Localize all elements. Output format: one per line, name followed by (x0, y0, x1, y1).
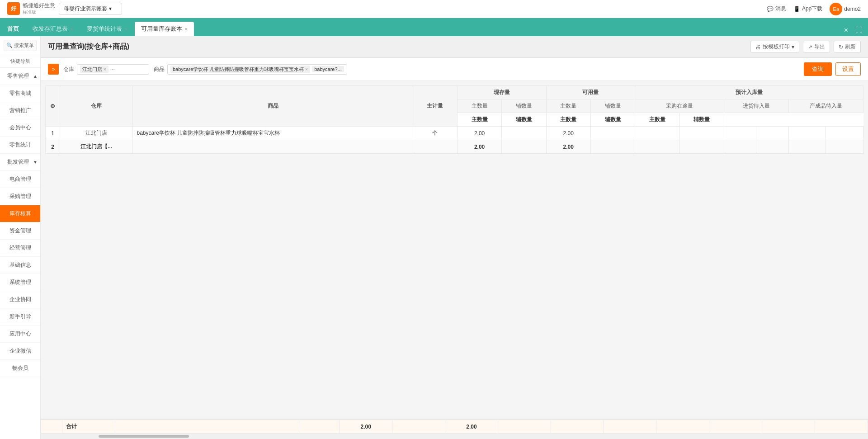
sidebar-item-purchase[interactable]: 采购管理 (0, 188, 40, 205)
sidebar-item-tutorial[interactable]: 新手引导 (0, 308, 40, 326)
product-tag-label: babycare学饮杯 儿童防摔防撞吸管杯重力球吸嘴杯宝宝水杯 (173, 66, 304, 73)
sidebar-item-member[interactable]: 会员中心 (0, 119, 40, 137)
footer-purchase-transit-aux-total (604, 420, 656, 434)
product-filter-group: 商品 babycare学饮杯 儿童防摔防撞吸管杯重力球吸嘴杯宝宝水杯 × bab… (154, 64, 347, 75)
row-1-purchase-transit-main (635, 127, 679, 140)
row-1-goods-pending-main (724, 127, 756, 140)
warehouse-more-btn[interactable]: ··· (110, 66, 115, 72)
row-2-avail-main: 2.00 (546, 140, 590, 154)
expand-toggle-button[interactable]: » (48, 64, 59, 75)
th-gear[interactable]: ⚙ (46, 86, 60, 127)
app-download-button[interactable]: 📱 App下载 (793, 5, 822, 13)
logo-text: 畅捷通好生意 (23, 2, 55, 9)
industry-label: 母婴行业演示账套 (64, 5, 107, 13)
tab-order-stats[interactable]: 要货单统计表 × (80, 22, 134, 36)
refresh-button[interactable]: ↻ 刷新 (834, 41, 861, 53)
logo-icon: 好 (7, 2, 20, 15)
footer-empty-1 (41, 420, 62, 434)
sidebar-item-basic-info-label: 基础信息 (3, 261, 38, 269)
user-area[interactable]: Ea demo2 (830, 3, 861, 15)
message-button[interactable]: 💬 消息 (767, 5, 786, 13)
print-button[interactable]: 🖨 按模板打印 ▾ (750, 41, 799, 53)
sidebar-item-retail-mgmt-label: 零售管理 (3, 72, 33, 80)
page-content: ⚙ 仓库 商品 主计量 现存量 可用量 预计入库量 主数量 辅数量 (41, 81, 868, 439)
row-1-product-pending-main (788, 127, 826, 140)
sidebar-item-inventory[interactable]: 库存核算 (0, 205, 40, 222)
product-label: 商品 (154, 66, 165, 73)
sidebar-item-retail-mgmt[interactable]: 零售管理 ▲ (0, 68, 40, 85)
th-goods-pending-main: 主数量 (546, 113, 590, 127)
sidebar-item-ecommerce[interactable]: 电商管理 (0, 171, 40, 188)
footer-table: 合计 2.00 2.00 (41, 420, 868, 434)
th-goods-pending-aux: 辅数量 (590, 113, 635, 127)
sidebar-item-marketing[interactable]: 营销推广 (0, 102, 40, 119)
th-available: 可用量 (546, 86, 635, 99)
sidebar-item-operations[interactable]: 经营管理 (0, 240, 40, 257)
export-label: 导出 (814, 43, 825, 51)
tab-available-qty-close[interactable]: × (185, 27, 188, 32)
sidebar-item-enterprise-wechat[interactable]: 企业微信 (0, 343, 40, 360)
search-menu-button[interactable]: 🔍 搜索菜单 (4, 40, 37, 51)
sidebar-item-system[interactable]: 系统管理 (0, 274, 40, 291)
print-dropdown-icon: ▾ (792, 44, 794, 50)
footer-goods-pending-main-total (656, 420, 709, 434)
sidebar-item-retail-mall[interactable]: 零售商城 (0, 85, 40, 102)
product-tag-0-remove[interactable]: × (305, 67, 308, 72)
table-scroll[interactable]: ⚙ 仓库 商品 主计量 现存量 可用量 预计入库量 主数量 辅数量 (45, 85, 863, 154)
quick-nav-button[interactable]: 快捷导航 (0, 55, 40, 68)
sidebar-item-finance[interactable]: 资金管理 (0, 222, 40, 240)
maximize-button[interactable]: ⛶ (854, 24, 864, 36)
tab-summary-close[interactable]: × (71, 27, 73, 32)
filter-actions: 查询 设置 (804, 62, 861, 76)
sidebar-item-retail-stats[interactable]: 零售统计 (0, 137, 40, 154)
warehouse-tag-remove[interactable]: × (104, 67, 106, 72)
table-footer: 合计 2.00 2.00 (41, 419, 868, 439)
sidebar-item-wholesale[interactable]: 批发管理 ▼ (0, 154, 40, 171)
app-download-label: App下载 (802, 5, 822, 13)
tab-order-stats-close[interactable]: × (125, 27, 127, 32)
print-label: 按模板打印 (763, 43, 790, 51)
sidebar-item-member-plus[interactable]: 畅会员 (0, 360, 40, 377)
horizontal-scrollbar[interactable] (99, 435, 189, 438)
sidebar-search-area: 🔍 搜索菜单 (0, 36, 40, 55)
tab-available-qty[interactable]: 可用量库存账本 × (135, 22, 194, 36)
footer-product-pending-main-total (762, 420, 815, 434)
username: demo2 (844, 6, 861, 12)
sidebar-item-enterprise-collab-label: 企业协同 (3, 296, 38, 303)
tab-home[interactable]: 首页 (1, 22, 25, 36)
search-icon: 🔍 (6, 42, 13, 48)
export-button[interactable]: ↗ 导出 (803, 41, 830, 53)
close-all-button[interactable]: × (842, 24, 850, 36)
dropdown-icon: ▾ (109, 5, 112, 12)
industry-select[interactable]: 母婴行业演示账套 ▾ (59, 3, 122, 15)
sidebar-item-operations-label: 经营管理 (3, 244, 38, 252)
logo-sub: 标准版 (23, 9, 55, 15)
sidebar-item-enterprise-collab[interactable]: 企业协同 (0, 291, 40, 308)
warehouse-tag-area[interactable]: 江北门店 × ··· (77, 64, 149, 75)
footer-total-label: 合计 (62, 420, 115, 434)
warehouse-tag-label: 江北门店 (82, 66, 102, 73)
table-container: ⚙ 仓库 商品 主计量 现存量 可用量 预计入库量 主数量 辅数量 (41, 81, 868, 419)
tab-summary[interactable]: 收发存汇总表 × (26, 22, 80, 36)
query-button[interactable]: 查询 (804, 62, 832, 76)
th-product-pending-main: 主数量 (635, 113, 679, 127)
th-purchase-transit-main: 主数量 (457, 113, 501, 127)
sidebar-item-member-plus-label: 畅会员 (3, 364, 38, 372)
sidebar-item-purchase-label: 采购管理 (3, 193, 38, 200)
sidebar-item-basic-info[interactable]: 基础信息 (0, 257, 40, 274)
wholesale-expand-icon: ▼ (33, 160, 38, 165)
tab-order-stats-label: 要货单统计表 (87, 25, 122, 33)
sidebar-item-finance-label: 资金管理 (3, 227, 38, 235)
row-2-index: 2 (46, 140, 60, 154)
tab-summary-label: 收发存汇总表 (33, 25, 68, 33)
setting-button[interactable]: 设置 (835, 62, 861, 76)
quick-nav-label: 快捷导航 (10, 58, 30, 64)
row-2-product-pending-main (788, 140, 826, 154)
scrollbar-area[interactable] (41, 434, 868, 439)
th-stock: 现存量 (457, 86, 546, 99)
sidebar-item-app-center[interactable]: 应用中心 (0, 326, 40, 343)
footer-empty-3 (300, 420, 340, 434)
table-body: 1 江北门店 babycare学饮杯 儿童防摔防撞吸管杯重力球吸嘴杯宝宝水杯 个… (46, 127, 863, 154)
message-icon: 💬 (767, 6, 774, 12)
product-tag-area[interactable]: babycare学饮杯 儿童防摔防撞吸管杯重力球吸嘴杯宝宝水杯 × babyca… (167, 64, 347, 75)
